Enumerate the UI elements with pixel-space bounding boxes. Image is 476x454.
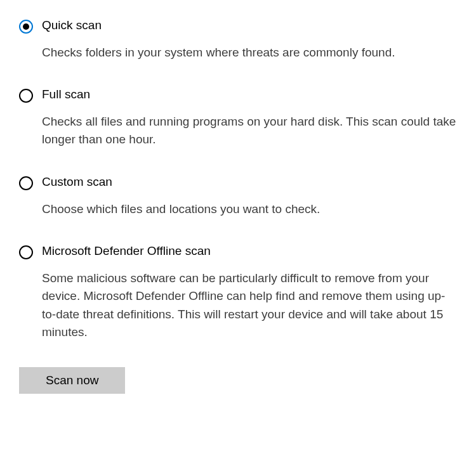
radio-custom-scan[interactable]: [19, 176, 33, 190]
option-body: Full scan Checks all files and running p…: [42, 87, 457, 149]
radio-quick-scan[interactable]: [19, 20, 33, 34]
option-desc: Choose which files and locations you wan…: [42, 200, 457, 219]
option-title: Microsoft Defender Offline scan: [42, 243, 457, 259]
option-full-scan[interactable]: Full scan Checks all files and running p…: [19, 87, 457, 149]
option-offline-scan[interactable]: Microsoft Defender Offline scan Some mal…: [19, 243, 457, 342]
option-desc: Checks all files and running programs on…: [42, 113, 457, 149]
option-custom-scan[interactable]: Custom scan Choose which files and locat…: [19, 174, 457, 218]
option-title: Full scan: [42, 87, 457, 103]
option-desc: Checks folders in your system where thre…: [42, 44, 457, 62]
option-quick-scan[interactable]: Quick scan Checks folders in your system…: [19, 18, 457, 62]
option-body: Custom scan Choose which files and locat…: [42, 174, 457, 218]
option-title: Custom scan: [42, 174, 457, 190]
option-body: Quick scan Checks folders in your system…: [42, 18, 457, 62]
radio-full-scan[interactable]: [19, 89, 33, 103]
radio-offline-scan[interactable]: [19, 245, 33, 259]
option-desc: Some malicious software can be particula…: [42, 269, 457, 342]
option-title: Quick scan: [42, 18, 457, 34]
button-row: Scan now: [19, 367, 457, 394]
option-body: Microsoft Defender Offline scan Some mal…: [42, 243, 457, 342]
scan-now-button[interactable]: Scan now: [19, 367, 125, 394]
